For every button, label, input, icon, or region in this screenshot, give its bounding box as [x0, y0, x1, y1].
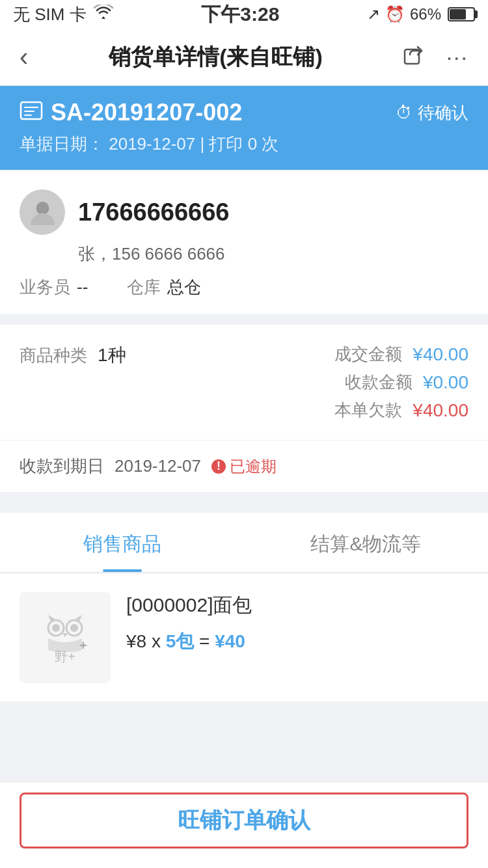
- balance-amount: ¥40.00: [413, 400, 468, 421]
- overdue-icon: !: [211, 459, 226, 474]
- order-icon: [20, 99, 43, 126]
- received-amount: ¥0.00: [423, 372, 468, 393]
- customer-name: 张，156 6666 6666: [20, 243, 468, 265]
- transaction-amount: ¥40.00: [413, 344, 468, 365]
- salesperson-label: 业务员: [20, 276, 70, 299]
- status-right: ↗ ⏰ 66%: [367, 5, 475, 23]
- svg-point-2: [36, 202, 49, 215]
- transaction-label: 成交金额: [334, 343, 402, 366]
- back-button[interactable]: ‹: [20, 42, 28, 72]
- product-name: [0000002]面包: [126, 592, 468, 619]
- quantity-value: 5包: [166, 631, 195, 651]
- summary-section: 商品种类 1种 成交金额 ¥40.00 收款金额 ¥0.00 本单欠款 ¥40.…: [0, 325, 488, 440]
- warehouse-item: 仓库 总仓: [127, 276, 201, 299]
- due-label: 收款到期日: [20, 455, 104, 478]
- status-time: 下午3:28: [201, 1, 279, 28]
- salesperson-value: --: [77, 277, 88, 297]
- balance-label: 本单欠款: [334, 399, 402, 422]
- status-bar: 无 SIM 卡 下午3:28 ↗ ⏰ 66%: [0, 0, 488, 29]
- product-price: ¥8 x 5包 = ¥40: [126, 629, 468, 654]
- overdue-badge: ! 已逾期: [211, 456, 277, 477]
- due-section: 收款到期日 2019-12-07 ! 已逾期: [0, 440, 488, 492]
- alarm-icon: ⏰: [385, 5, 405, 23]
- order-header-top: SA-20191207-002 ⏱ 待确认: [20, 99, 468, 126]
- battery-percent: 66%: [410, 5, 441, 23]
- tab-settlement[interactable]: 结算&物流等: [244, 513, 488, 572]
- warehouse-value: 总仓: [167, 276, 201, 299]
- order-status: ⏱ 待确认: [396, 102, 468, 124]
- summary-left: 商品种类 1种: [20, 343, 126, 368]
- transaction-row: 成交金额 ¥40.00: [334, 343, 468, 366]
- more-button[interactable]: ···: [446, 44, 468, 70]
- nav-bar: ‹ 销货单详情(来自旺铺) ···: [0, 29, 488, 86]
- customer-top: 17666666666: [20, 189, 468, 235]
- nav-actions: ···: [403, 43, 468, 72]
- confirm-order-button[interactable]: 旺铺订单确认: [20, 793, 468, 848]
- tabs-section: 销售商品 结算&物流等: [0, 513, 488, 573]
- product-thumbnail: + 野+: [20, 592, 111, 683]
- order-header: SA-20191207-002 ⏱ 待确认 单据日期： 2019-12-07 |…: [0, 86, 488, 170]
- order-date: 单据日期： 2019-12-07 | 打印 0 次: [20, 133, 468, 156]
- balance-row: 本单欠款 ¥40.00: [334, 399, 468, 422]
- salesperson-item: 业务员 --: [20, 276, 88, 299]
- due-date-value: 2019-12-07: [115, 456, 201, 476]
- product-owl-logo: + 野+: [39, 610, 91, 666]
- location-icon: ↗: [367, 5, 380, 23]
- customer-section: 17666666666 张，156 6666 6666 业务员 -- 仓库 总仓: [0, 171, 488, 314]
- share-button[interactable]: [403, 43, 427, 72]
- overdue-text: 已逾期: [230, 456, 277, 477]
- divider-1: [0, 314, 488, 325]
- bottom-button-bar: 旺铺订单确认: [0, 781, 488, 868]
- svg-text:+: +: [79, 638, 87, 652]
- product-type-label: 商品种类: [20, 344, 87, 367]
- wifi-icon: [93, 5, 114, 25]
- divider-2: [0, 492, 488, 502]
- clock-icon: ⏱: [396, 103, 413, 123]
- summary-right: 成交金额 ¥40.00 收款金额 ¥0.00 本单欠款 ¥40.00: [334, 343, 468, 422]
- product-type-value: 1种: [98, 343, 126, 368]
- customer-phone: 17666666666: [78, 198, 229, 226]
- tab-sales-goods[interactable]: 销售商品: [0, 513, 244, 572]
- page-title: 销货单详情(来自旺铺): [109, 42, 323, 72]
- product-section: + 野+ [0000002]面包 ¥8 x 5包 = ¥40: [0, 574, 488, 701]
- order-id: SA-20191207-002: [20, 99, 242, 126]
- total-value: ¥40: [215, 631, 245, 651]
- status-left: 无 SIM 卡: [13, 3, 114, 26]
- svg-point-6: [70, 624, 78, 632]
- carrier-text: 无 SIM 卡: [13, 3, 87, 26]
- received-row: 收款金额 ¥0.00: [345, 371, 468, 394]
- svg-point-5: [52, 624, 60, 632]
- battery-icon: [448, 7, 475, 21]
- avatar: [20, 189, 65, 235]
- price-value: ¥8: [126, 631, 146, 651]
- customer-meta: 业务员 -- 仓库 总仓: [20, 276, 468, 299]
- received-label: 收款金额: [345, 371, 413, 394]
- warehouse-label: 仓库: [127, 276, 161, 299]
- product-info: [0000002]面包 ¥8 x 5包 = ¥40: [126, 592, 468, 654]
- confirm-button-label: 旺铺订单确认: [178, 806, 310, 835]
